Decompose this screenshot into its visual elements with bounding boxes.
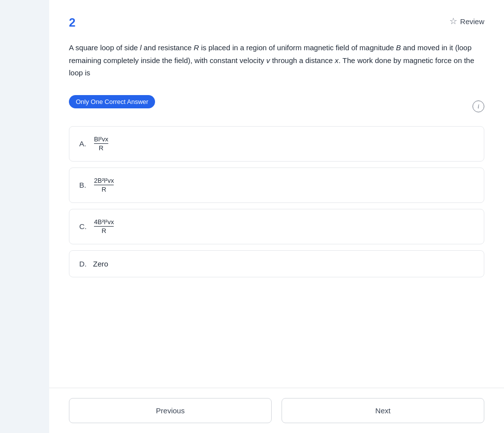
option-a-content: Bl²vx R <box>93 135 109 152</box>
option-b-content: 2B²l²vx R <box>93 177 115 194</box>
option-b-numerator: 2B²l²vx <box>94 177 114 186</box>
option-c-fraction: 4B²l²vx R <box>94 218 114 235</box>
option-a-numerator: Bl²vx <box>94 135 108 144</box>
star-icon: ☆ <box>449 16 457 27</box>
review-label: Review <box>460 17 484 26</box>
review-button[interactable]: ☆ Review <box>449 16 484 27</box>
question-number: 2 <box>69 16 75 30</box>
option-a-denominator: R <box>99 144 103 152</box>
footer: Previous Next <box>49 388 504 433</box>
info-symbol: i <box>477 102 479 110</box>
options-header: Only One Correct Answer i <box>69 95 484 118</box>
option-b-denominator: R <box>102 185 106 194</box>
answer-type-badge: Only One Correct Answer <box>69 95 155 108</box>
main-content: 2 ☆ Review A square loop of side l and r… <box>49 0 504 433</box>
option-d-content: Zero <box>93 260 108 268</box>
option-b[interactable]: B. 2B²l²vx R <box>69 167 484 203</box>
question-text: A square loop of side l and resistance R… <box>69 41 484 79</box>
option-c-label: C. <box>79 222 93 231</box>
previous-button[interactable]: Previous <box>69 398 272 423</box>
option-c-denominator: R <box>102 227 106 235</box>
options-list: A. Bl²vx R B. 2B²l²vx R C. <box>69 126 484 278</box>
option-d-label: D. <box>79 260 93 268</box>
option-a[interactable]: A. Bl²vx R <box>69 126 484 162</box>
option-a-label: A. <box>79 139 93 148</box>
option-c-content: 4B²l²vx R <box>93 218 115 235</box>
question-area: 2 ☆ Review A square loop of side l and r… <box>49 0 504 388</box>
option-b-fraction: 2B²l²vx R <box>94 177 114 194</box>
sidebar <box>0 0 49 433</box>
option-a-fraction: Bl²vx R <box>94 135 108 152</box>
info-icon[interactable]: i <box>472 100 484 112</box>
option-b-label: B. <box>79 181 93 189</box>
question-header: 2 ☆ Review <box>69 16 484 30</box>
option-d-text: Zero <box>93 260 108 268</box>
option-c-numerator: 4B²l²vx <box>94 218 114 227</box>
next-button[interactable]: Next <box>282 398 484 423</box>
option-c[interactable]: C. 4B²l²vx R <box>69 209 484 244</box>
option-d[interactable]: D. Zero <box>69 250 484 277</box>
